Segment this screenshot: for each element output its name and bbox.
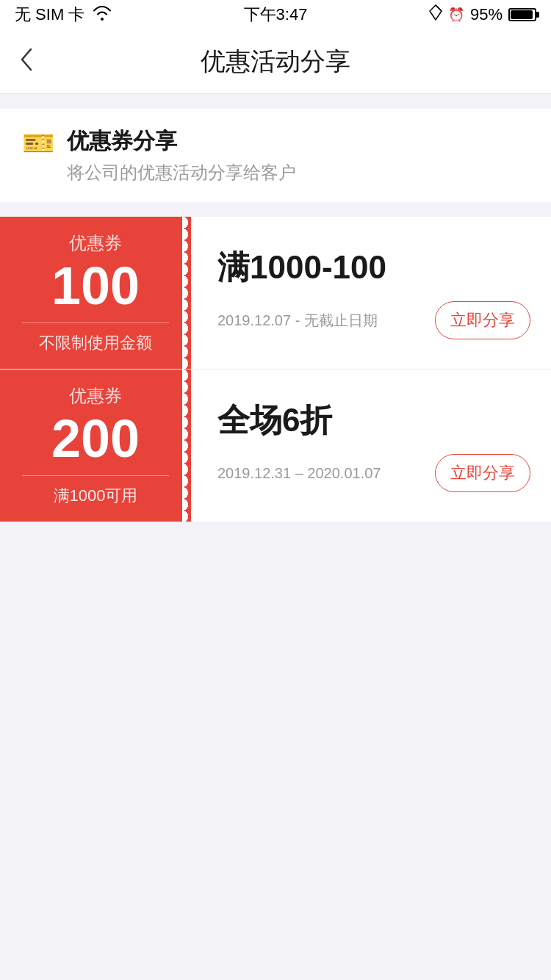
battery-indicator bbox=[508, 8, 536, 21]
coupon-dates-1: 2019.12.31 – 2020.01.07 bbox=[217, 465, 426, 482]
coupon-name-0: 满1000-100 bbox=[217, 246, 530, 289]
coupon-right-panel-0: 满1000-100 2019.12.07 - 无截止日期 立即分享 bbox=[191, 217, 551, 369]
alarm-icon: ⏰ bbox=[448, 7, 464, 23]
empty-area bbox=[0, 522, 551, 889]
coupon-label-1: 优惠券 bbox=[69, 384, 122, 408]
section-title: 优惠券分享 bbox=[67, 126, 296, 156]
coupon-divider-0 bbox=[22, 323, 169, 323]
coupon-amount-1: 200 bbox=[51, 412, 140, 465]
coupon-amount-0: 100 bbox=[51, 259, 140, 312]
coupon-card: 优惠券 100 不限制使用金额 满1000-100 2019.12.07 - 无… bbox=[0, 217, 551, 370]
coupon-meta-1: 2019.12.31 – 2020.01.07 立即分享 bbox=[217, 454, 530, 492]
status-right: ⏰ 95% bbox=[429, 4, 536, 25]
wifi-icon bbox=[92, 4, 112, 25]
coupon-restriction-1: 满1000可用 bbox=[54, 485, 138, 507]
coupon-list: 优惠券 100 不限制使用金额 满1000-100 2019.12.07 - 无… bbox=[0, 217, 551, 522]
coupon-card-1: 优惠券 200 满1000可用 全场6折 2019.12.31 – 2020.0… bbox=[0, 370, 551, 522]
status-bar: 无 SIM 卡 下午3:47 ⏰ 95% bbox=[0, 0, 551, 29]
coupon-restriction-0: 不限制使用金额 bbox=[39, 332, 152, 354]
share-button-0[interactable]: 立即分享 bbox=[435, 301, 530, 339]
carrier-text: 无 SIM 卡 bbox=[15, 4, 84, 26]
coupon-right-panel-1: 全场6折 2019.12.31 – 2020.01.07 立即分享 bbox=[191, 370, 551, 522]
status-left: 无 SIM 卡 bbox=[15, 4, 112, 26]
coupon-meta-0: 2019.12.07 - 无截止日期 立即分享 bbox=[217, 301, 530, 339]
section-header: 🎫 优惠券分享 将公司的优惠活动分享给客户 bbox=[0, 109, 551, 202]
coupon-divider-1 bbox=[22, 475, 169, 476]
location-icon bbox=[429, 4, 442, 25]
coupon-label-0: 优惠券 bbox=[69, 231, 122, 255]
back-button[interactable] bbox=[18, 45, 35, 79]
section-subtitle: 将公司的优惠活动分享给客户 bbox=[67, 161, 296, 184]
status-time: 下午3:47 bbox=[244, 4, 308, 26]
coupon-left-panel: 优惠券 100 不限制使用金额 bbox=[0, 217, 191, 369]
battery-percent: 95% bbox=[470, 5, 503, 24]
share-button-1[interactable]: 立即分享 bbox=[435, 454, 530, 492]
coupon-name-1: 全场6折 bbox=[217, 399, 530, 442]
page-title: 优惠活动分享 bbox=[201, 45, 350, 79]
coupon-icon: 🎫 bbox=[22, 128, 55, 159]
section-text: 优惠券分享 将公司的优惠活动分享给客户 bbox=[67, 126, 296, 184]
coupon-dates-0: 2019.12.07 - 无截止日期 bbox=[217, 311, 426, 331]
nav-bar: 优惠活动分享 bbox=[0, 29, 551, 94]
coupon-left-panel-1: 优惠券 200 满1000可用 bbox=[0, 370, 191, 522]
